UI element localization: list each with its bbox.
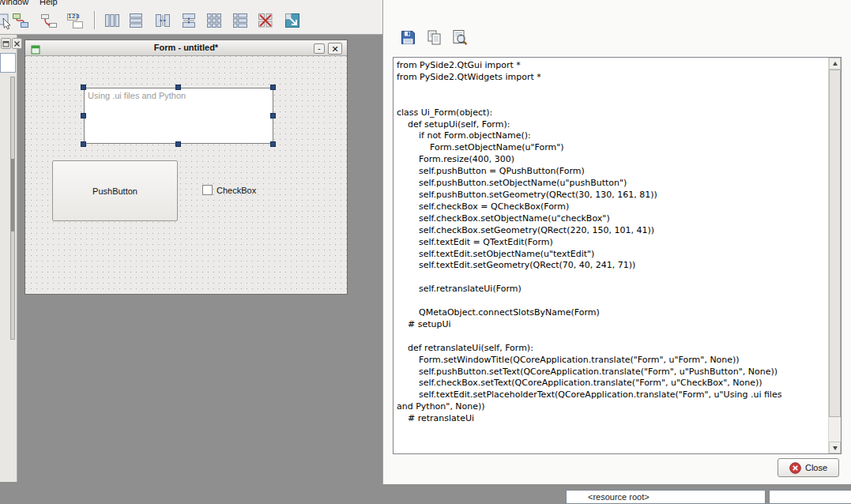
layout-vertically-icon[interactable] <box>126 11 145 30</box>
dock-close-icon[interactable] <box>12 38 22 49</box>
dock-float-icon[interactable] <box>1 38 11 49</box>
menu-bar: Window Help <box>0 0 379 8</box>
checkbox-widget[interactable]: CheckBox <box>202 185 256 195</box>
selection-handle-top-center[interactable] <box>175 85 181 90</box>
layout-horizontally-in-splitter-icon[interactable] <box>153 11 172 30</box>
view-python-code-dialog: from PySide2.QtGui import * from PySide2… <box>382 0 851 485</box>
resource-tree-panel[interactable]: <resource root> <box>566 490 766 504</box>
selection-handle-bottom-center[interactable] <box>175 141 181 147</box>
text-edit-placeholder: Using .ui files and Python <box>88 91 186 100</box>
checkbox-label: CheckBox <box>217 186 256 195</box>
dock-scrollbar[interactable] <box>10 77 15 340</box>
scroll-down-icon[interactable] <box>829 442 841 453</box>
copy-icon[interactable] <box>425 28 444 47</box>
menu-window[interactable]: Window <box>0 0 28 6</box>
selection-handle-mid-right[interactable] <box>270 113 276 118</box>
tab-order-digits: 123 <box>68 13 80 20</box>
widget-filter-input[interactable] <box>0 53 16 73</box>
close-window-button[interactable]: ✕ <box>328 43 342 55</box>
selection-handle-mid-left[interactable] <box>81 113 86 118</box>
save-icon[interactable] <box>399 28 418 47</box>
break-layout-icon[interactable] <box>256 11 275 30</box>
push-button-label: PushButton <box>92 186 137 196</box>
layout-vertically-in-splitter-icon[interactable] <box>179 11 198 30</box>
selection-handle-top-left[interactable] <box>81 85 86 90</box>
form-designer-window: Form - untitled* - ✕ Using .ui files and… <box>24 39 348 295</box>
text-edit-widget[interactable]: Using .ui files and Python <box>84 88 273 144</box>
layout-in-form-icon[interactable] <box>231 11 250 30</box>
form-window-title: Form - untitled* <box>25 43 347 52</box>
code-editor[interactable]: from PySide2.QtGui import * from PySide2… <box>393 57 842 454</box>
form-canvas[interactable]: Using .ui files and Python PushButton Ch… <box>25 56 347 294</box>
push-button-widget[interactable]: PushButton <box>52 160 178 221</box>
qt-designer-screen: Window Help <box>0 0 851 504</box>
selection-handle-bottom-left[interactable] <box>81 141 86 147</box>
edit-buddies-icon[interactable] <box>40 11 58 30</box>
edit-tab-order-icon[interactable]: 123 <box>66 11 85 30</box>
layout-horizontally-icon[interactable] <box>103 11 122 30</box>
close-button-label: Close <box>805 463 827 472</box>
checkbox-indicator[interactable] <box>202 185 213 195</box>
adjust-size-icon[interactable] <box>283 11 302 30</box>
python-code-text: from PySide2.QtGui import * from PySide2… <box>393 58 823 425</box>
close-circle-icon <box>789 462 801 474</box>
find-icon[interactable] <box>450 28 469 47</box>
code-scrollbar[interactable] <box>828 58 841 453</box>
selection-handle-bottom-right[interactable] <box>270 141 276 147</box>
form-titlebar[interactable]: Form - untitled* - ✕ <box>25 40 347 56</box>
minimize-button[interactable]: - <box>314 43 325 54</box>
close-button[interactable]: Close <box>778 458 839 477</box>
toolbar-separator <box>94 11 96 29</box>
code-scrollbar-thumb[interactable] <box>829 70 841 417</box>
selection-handle-top-right[interactable] <box>270 85 276 90</box>
layout-in-grid-icon[interactable] <box>205 11 224 30</box>
scroll-up-icon[interactable] <box>829 58 841 70</box>
dock-scrollbar-thumb[interactable] <box>11 159 14 231</box>
edit-signals-slots-icon[interactable] <box>11 11 30 30</box>
menu-help[interactable]: Help <box>40 0 58 6</box>
resource-root-item[interactable]: <resource root> <box>588 492 650 502</box>
resource-side-panel <box>769 490 851 504</box>
